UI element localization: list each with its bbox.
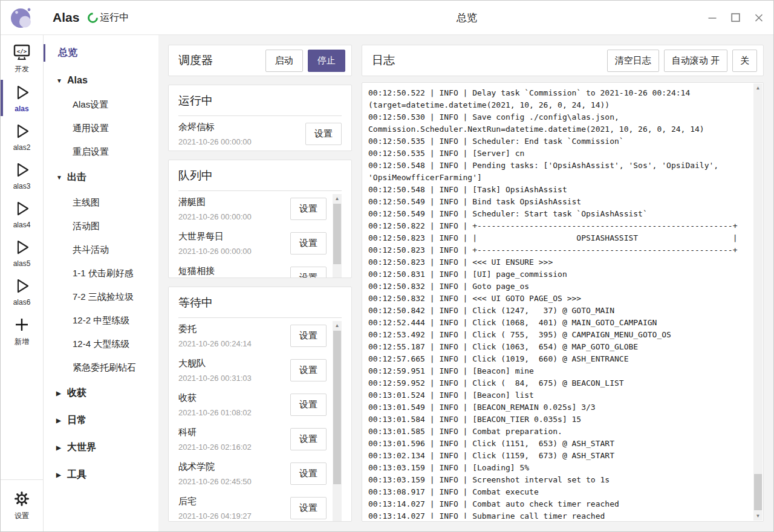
maximize-button[interactable] [730,13,741,23]
nav-item-1-3[interactable]: 1-1 伏击刷好感 [44,262,158,285]
log-line: 00:13:01.524 | INFO | [Beacon] list [368,389,750,401]
close-button[interactable] [754,13,764,22]
task-row: 后宅2021-10-26 04:19:27设置 [178,490,327,522]
task-time: 2021-10-26 00:24:14 [178,339,252,348]
task-settings-button[interactable]: 设置 [290,462,327,485]
rail-item-alas6[interactable]: alas6 [1,272,43,311]
nav-group-3[interactable]: ▶日常 [44,407,158,434]
log-collapse-button[interactable]: 关 [732,50,757,72]
task-info: 科研2021-10-26 02:16:02 [178,427,252,452]
chevron-down-icon: ▼ [56,174,67,181]
minimize-button[interactable] [707,13,717,22]
play-icon [13,83,31,104]
log-line: 00:13:08.917 | INFO | Combat execute [368,486,750,498]
nav-group-5[interactable]: ▶工具 [44,461,158,488]
task-settings-button[interactable]: 设置 [290,325,327,347]
nav-group-2[interactable]: ▶收获 [44,380,158,407]
rail-item-alas3[interactable]: alas3 [1,156,43,195]
scroll-down-icon[interactable]: ▼ [753,511,763,521]
nav-item-1-6[interactable]: 12-4 大型练级 [44,332,158,356]
rail-item-alas2[interactable]: alas2 [1,117,43,156]
nav-item-1-2[interactable]: 共斗活动 [44,238,158,262]
gear-icon [13,490,31,510]
scroll-up-icon[interactable]: ▲ [333,194,342,203]
code-icon: </> [13,44,31,63]
task-settings-button[interactable]: 设置 [290,232,327,255]
nav-item-1-7[interactable]: 紧急委托刷钻石 [44,356,158,380]
task-row: 战术学院2021-10-26 02:45:50设置 [178,456,327,490]
task-info: 收获2021-10-26 01:08:02 [178,392,252,417]
task-list: 余烬信标2021-10-26 00:00:00设置 [178,116,342,151]
start-button[interactable]: 启动 [265,50,303,72]
rail-item-dev[interactable]: </>开发 [1,39,43,79]
rail-item-alas[interactable]: alas [1,79,43,117]
list-scrollbar[interactable]: ▲▼ [333,321,342,522]
rail-item-label: alas5 [13,259,31,268]
nav-group-label: 工具 [67,469,86,481]
scroll-thumb[interactable] [754,474,762,510]
rail-item-label: alas2 [13,143,31,152]
nav-item-1-0[interactable]: 主线图 [44,191,158,215]
task-name: 大世界每日 [178,231,252,242]
nav-item-overview[interactable]: 总览 [44,41,158,65]
nav-item-0-1[interactable]: 通用设置 [44,117,158,140]
task-settings-button[interactable]: 设置 [290,198,327,220]
task-list: 委托2021-10-26 00:24:14设置大舰队2021-10-26 00:… [178,318,342,522]
task-name: 科研 [178,427,252,438]
rail-item-label: alas [15,105,28,113]
rail-spacer [1,351,43,479]
log-line: 00:12:52.444 | INFO | Click (1068, 401) … [368,317,750,329]
task-row: 余烬信标2021-10-26 00:00:00设置 [178,116,342,151]
nav-group-label: 出击 [67,171,86,184]
rail-item-alas5[interactable]: alas5 [1,233,43,272]
task-settings-button[interactable]: 设置 [290,359,327,381]
autoscroll-toggle-button[interactable]: 自动滚动 开 [664,50,727,72]
task-time: 2021-10-26 00:00:00 [178,137,252,146]
clear-log-button[interactable]: 清空日志 [607,50,659,72]
list-scrollbar[interactable]: ▲▼ [333,194,342,278]
log-line: 00:12:50.548 | INFO | Pending tasks: ['O… [368,160,750,172]
log-line: 00:12:50.530 | INFO | Save config ./conf… [368,111,750,123]
scroll-up-icon[interactable]: ▲ [333,321,342,330]
log-line: 00:13:01.585 | INFO | Combat preparation… [368,426,750,438]
log-line: 00:12:50.842 | INFO | Click (1247, 37) @… [368,305,750,317]
task-info: 委托2021-10-26 00:24:14 [178,323,252,348]
nav-group-4[interactable]: ▶大世界 [44,434,158,461]
log-line: 00:13:03.159 | INFO | [Loading] 5% [368,462,750,474]
waiting-card: 等待中委托2021-10-26 00:24:14设置大舰队2021-10-26 … [168,287,352,522]
nav-item-1-1[interactable]: 活动图 [44,215,158,238]
content-area: 调度器 启动 停止 运行中余烬信标2021-10-26 00:00:00设置 队… [158,35,773,531]
task-settings-button[interactable]: 设置 [305,123,342,145]
pending-card: 队列中潜艇图2021-10-26 00:00:00设置大世界每日2021-10-… [168,160,352,278]
rail-item-settings[interactable]: 设置 [1,485,43,525]
nav-item-0-0[interactable]: Alas设置 [44,93,158,117]
nav-item-1-4[interactable]: 7-2 三战捡垃圾 [44,285,158,309]
play-icon [13,277,31,297]
rail-item-add[interactable]: 新增 [1,311,43,351]
nav-item-0-2[interactable]: 重启设置 [44,140,158,164]
nav-group-1[interactable]: ▼出击 [44,164,158,191]
task-settings-button[interactable]: 设置 [290,267,327,278]
running-card: 运行中余烬信标2021-10-26 00:00:00设置 [168,85,352,151]
chevron-down-icon: ▼ [56,77,67,84]
task-name: 潜艇图 [178,196,252,208]
nav-group-label: 收获 [67,387,86,400]
task-settings-button[interactable]: 设置 [290,394,327,416]
task-name: 收获 [178,392,252,404]
nav-group-label: Alas [67,75,88,86]
log-line: 00:12:57.665 | INFO | Click (1019, 660) … [368,353,750,365]
task-info: 余烬信标2021-10-26 00:00:00 [178,122,252,146]
scroll-up-icon[interactable]: ▲ [753,83,763,92]
task-name: 余烬信标 [178,122,252,133]
task-settings-button[interactable]: 设置 [290,428,327,450]
nav-item-1-5[interactable]: 12-2 中型练级 [44,309,158,332]
nav-group-0[interactable]: ▼Alas [44,68,158,93]
rail-item-alas4[interactable]: alas4 [1,195,43,233]
log-scrollbar[interactable]: ▲ ▼ [753,83,763,521]
task-info: 短猫相接2021-10-26 00:00:00 [178,265,252,278]
stop-button[interactable]: 停止 [308,50,345,72]
task-settings-button[interactable]: 设置 [290,497,327,519]
scroll-thumb[interactable] [333,331,341,484]
scroll-thumb[interactable] [333,204,341,264]
instance-rail: </>开发alasalas2alas3alas4alas5alas6新增 设置 [1,35,44,531]
